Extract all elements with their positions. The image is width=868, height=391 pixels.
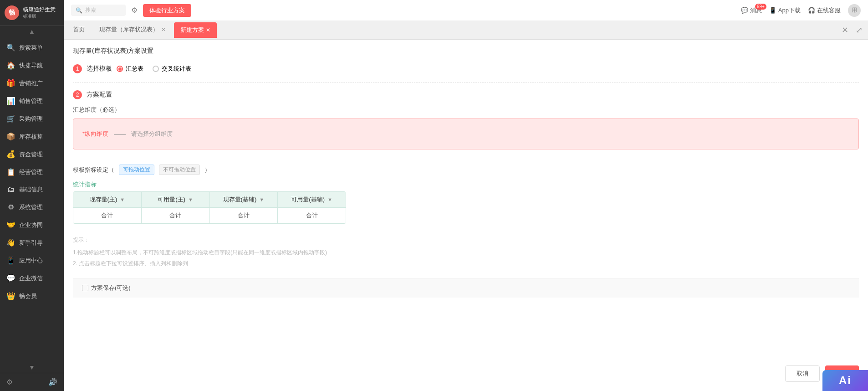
app-download-btn[interactable]: 📱 App下载: [769, 6, 801, 15]
dimension-label: 汇总维度（必选）: [73, 106, 859, 114]
sidebar-item-label: 企业微信: [19, 274, 43, 283]
save-option[interactable]: 方案保存(可选): [82, 284, 131, 292]
indicator-settings-suffix: ）: [204, 166, 210, 174]
sidebar-item-agreement[interactable]: 🤝 企业协同: [0, 216, 64, 234]
sidebar-item-inventory[interactable]: 📦 库存核算: [0, 128, 64, 145]
topbar-left: 🔍 搜索 ⚙ 体验行业方案: [71, 4, 191, 17]
sidebar-logo: 畅 畅康通好生意 标准版: [0, 0, 64, 26]
app-name-block: 畅康通好生意 标准版: [23, 6, 56, 20]
sidebar-item-member[interactable]: 👑 畅会员: [0, 287, 64, 305]
cancel-button[interactable]: 取消: [785, 365, 820, 382]
radio-summary-dot: [118, 67, 122, 71]
speaker-footer-icon[interactable]: 🔊: [48, 378, 57, 386]
sidebar-item-label: 经营管理: [19, 168, 43, 176]
section1-num: 1: [73, 64, 82, 73]
ai-badge[interactable]: Ai: [822, 370, 868, 391]
chevron-down-icon-3: ▼: [327, 197, 332, 202]
indicator-fixed-badge: 不可拖动位置: [159, 165, 200, 175]
user-avatar[interactable]: 用: [848, 4, 861, 17]
ai-label: Ai: [839, 374, 852, 387]
content-area: 现存量(库存状况表)方案设置 1 选择模板 汇总表 交叉统计表: [64, 40, 868, 391]
radio-cross-circle: [153, 66, 159, 72]
sidebar-item-wechat[interactable]: 💬 企业微信: [0, 269, 64, 287]
topbar-search[interactable]: 🔍 搜索: [71, 5, 126, 16]
sidebar-item-label: 营销推广: [19, 79, 43, 87]
sidebar-item-label: 搜索菜单: [19, 44, 43, 52]
section-config: 2 方案配置 汇总维度（必选） *纵向维度 —— 请选择分组维度 模板指标设定（…: [73, 90, 859, 269]
customer-service-btn[interactable]: 🎧 在线客服: [808, 6, 841, 15]
search-topbar-icon: 🔍: [76, 7, 82, 14]
stats-table-row: 合计 合计 合计 合计: [73, 207, 346, 223]
save-checkbox[interactable]: [82, 285, 88, 291]
tab-new-plan-close[interactable]: ✕: [206, 27, 210, 33]
tab-inventory-status[interactable]: 现存量（库存状况表） ✕: [92, 21, 173, 39]
settings-footer-icon[interactable]: ⚙: [6, 378, 13, 386]
sidebar-item-label: 资金管理: [19, 150, 43, 159]
tab-new-plan-label: 新建方案: [180, 26, 204, 34]
option-summary[interactable]: 汇总表: [117, 65, 143, 73]
stats-col-header-3[interactable]: 可用量(基辅) ▼: [278, 192, 346, 207]
dimension-box[interactable]: *纵向维度 —— 请选择分组维度: [73, 118, 859, 149]
sidebar-item-finance[interactable]: 💰 资金管理: [0, 145, 64, 163]
stats-col-header-1[interactable]: 可用量(主) ▼: [142, 192, 210, 207]
topbar-settings-icon[interactable]: ⚙: [131, 6, 138, 15]
panel-expand-btn[interactable]: ⤢: [852, 25, 866, 35]
dimension-separator: ——: [114, 131, 126, 138]
section1-header: 1 选择模板 汇总表 交叉统计表: [73, 64, 859, 73]
stats-col-header-0[interactable]: 现存量(主) ▼: [73, 192, 142, 207]
option-cross[interactable]: 交叉统计表: [153, 65, 191, 73]
message-icon: 💬: [741, 7, 748, 14]
sidebar-item-newbie[interactable]: 👋 新手引导: [0, 234, 64, 252]
content-footer: 方案保存(可选): [73, 278, 859, 298]
messages-badge: 99+: [755, 4, 766, 10]
indicator-settings-text: 模板指标设定（: [73, 166, 114, 174]
section2-num: 2: [73, 90, 82, 99]
trial-btn[interactable]: 体验行业方案: [143, 4, 191, 17]
sidebar-scroll-up[interactable]: ▲: [0, 26, 64, 37]
stats-col-cell-3: 合计: [278, 208, 346, 223]
sidebar-item-label: 畅会员: [19, 292, 37, 300]
stats-section: 统计指标 现存量(主) ▼ 可用量(主) ▼: [73, 180, 859, 225]
stats-table-header: 现存量(主) ▼ 可用量(主) ▼ 现存量(基辅) ▼: [73, 192, 346, 207]
panel-close-btn[interactable]: ✕: [838, 25, 852, 35]
app-name: 畅康通好生意: [23, 6, 56, 14]
divider1: [73, 82, 859, 83]
sidebar-item-quick-nav[interactable]: 🏠 快捷导航: [0, 57, 64, 74]
sidebar-item-basic-info[interactable]: 🗂 基础信息: [0, 181, 64, 198]
sidebar-item-label: 基础信息: [19, 185, 43, 194]
sidebar-item-label: 采购管理: [19, 115, 43, 123]
tab-new-plan[interactable]: 新建方案 ✕: [174, 22, 217, 38]
sidebar-item-label: 新手引导: [19, 239, 43, 247]
sidebar-item-label: 系统管理: [19, 203, 43, 211]
messages-btn[interactable]: 💬 消息 99+: [741, 6, 762, 15]
stats-label: 统计指标: [73, 180, 859, 189]
divider2: [73, 157, 859, 157]
tab-home-label: 首页: [73, 26, 85, 34]
stats-col-3-label: 可用量(基辅): [291, 196, 325, 204]
sidebar-item-app-center[interactable]: 📱 应用中心: [0, 252, 64, 269]
gift-icon: 🎁: [6, 79, 15, 87]
indicator-movable-badge: 可拖动位置: [119, 165, 154, 175]
sidebar-item-search-menu[interactable]: 🔍 搜索菜单: [0, 39, 64, 57]
tip-item-0: 1.拖动标题栏可以调整布局，不可跨维度或指标区域拖动栏目字段(只能在同一维度或指…: [73, 247, 859, 258]
sidebar-item-operation[interactable]: 📋 经营管理: [0, 163, 64, 181]
sidebar: 畅 畅康通好生意 标准版 ▲ 🔍 搜索菜单 🏠 快捷导航 🎁 营销推广 📊 销售…: [0, 0, 64, 391]
sidebar-item-sales[interactable]: 📊 销售管理: [0, 92, 64, 110]
sidebar-item-purchase[interactable]: 🛒 采购管理: [0, 110, 64, 128]
save-option-label: 方案保存(可选): [91, 284, 131, 292]
sidebar-scroll-down[interactable]: ▼: [0, 362, 64, 373]
indicator-settings: 模板指标设定（ 可拖动位置 不可拖动位置 ） 统计指标 现存量(主) ▼: [73, 165, 859, 269]
tab-inventory-status-close[interactable]: ✕: [161, 26, 166, 33]
option-cross-label: 交叉统计表: [162, 65, 191, 73]
sidebar-item-marketing[interactable]: 🎁 营销推广: [0, 74, 64, 92]
stats-col-header-2[interactable]: 现存量(基辅) ▼: [210, 192, 278, 207]
download-icon: 📱: [769, 7, 776, 14]
tip-item-1: 2. 点击标题栏下拉可设置排序、插入列和删除列: [73, 258, 859, 269]
search-icon: 🔍: [6, 43, 15, 52]
headset-icon: 🎧: [808, 7, 815, 14]
tab-home[interactable]: 首页: [66, 21, 92, 39]
stats-col-cell-0: 合计: [73, 208, 142, 223]
topbar-right: 💬 消息 99+ 📱 App下载 🎧 在线客服 用: [741, 4, 861, 17]
sidebar-item-system[interactable]: ⚙ 系统管理: [0, 198, 64, 216]
sidebar-nav: 🔍 搜索菜单 🏠 快捷导航 🎁 营销推广 📊 销售管理 🛒 采购管理 📦 库存核…: [0, 37, 64, 362]
